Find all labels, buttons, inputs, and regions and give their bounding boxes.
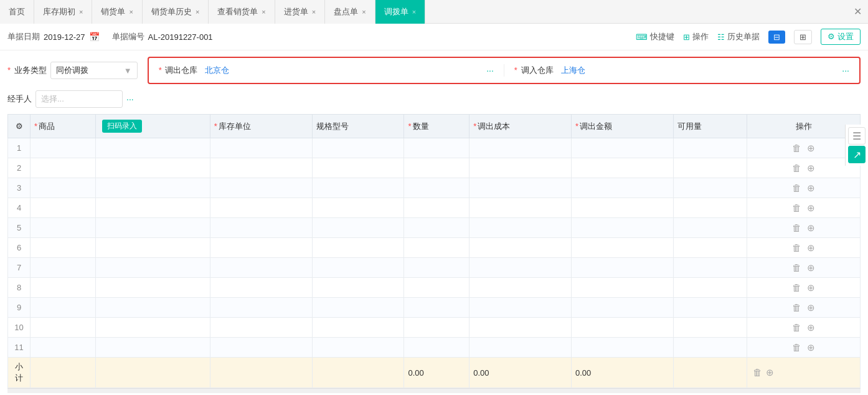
copy-icon[interactable]: ⊕	[807, 222, 815, 233]
copy-icon[interactable]: ⊕	[807, 242, 815, 253]
tab-transfer-close[interactable]: ×	[412, 8, 416, 16]
tab-stocktake-close[interactable]: ×	[362, 8, 366, 16]
cell-qty[interactable]	[404, 178, 469, 198]
delete-icon[interactable]: 🗑	[792, 163, 801, 173]
cell-spec[interactable]	[312, 198, 404, 218]
tab-view-sales[interactable]: 查看销货单 ×	[209, 0, 275, 24]
tab-purchase[interactable]: 进货单 ×	[275, 0, 325, 24]
cell-spec[interactable]	[312, 218, 404, 238]
cell-cost[interactable]	[469, 218, 572, 238]
operations-btn[interactable]: ⊞ 操作	[683, 31, 709, 42]
cell-product[interactable]	[31, 178, 96, 198]
cell-amount[interactable]	[572, 158, 674, 178]
cell-product[interactable]	[31, 238, 96, 258]
cell-amount[interactable]	[572, 318, 674, 338]
cell-amount[interactable]	[572, 278, 674, 298]
cell-product[interactable]	[31, 278, 96, 298]
warehouse-in-more[interactable]: ···	[842, 65, 849, 75]
cell-spec[interactable]	[312, 338, 404, 358]
layout-button[interactable]: ⊟	[768, 31, 785, 44]
cell-cost[interactable]	[469, 338, 572, 358]
delete-icon[interactable]: 🗑	[792, 242, 801, 253]
cell-product[interactable]	[31, 138, 96, 158]
cell-spec[interactable]	[312, 278, 404, 298]
cell-qty[interactable]	[404, 318, 469, 338]
cell-amount[interactable]	[572, 178, 674, 198]
cell-cost[interactable]	[469, 318, 572, 338]
copy-icon[interactable]: ⊕	[807, 302, 815, 313]
cell-spec[interactable]	[312, 318, 404, 338]
tab-purchase-close[interactable]: ×	[312, 8, 316, 16]
cell-amount[interactable]	[572, 218, 674, 238]
cell-spec[interactable]	[312, 238, 404, 258]
handler-more[interactable]: ···	[126, 94, 134, 104]
cell-unit[interactable]	[210, 158, 312, 178]
cell-spec[interactable]	[312, 138, 404, 158]
tab-inventory-init[interactable]: 库存期初 ×	[34, 0, 92, 24]
cell-cost[interactable]	[469, 158, 572, 178]
cell-unit[interactable]	[210, 138, 312, 158]
cell-qty[interactable]	[404, 218, 469, 238]
scroll-indicator[interactable]	[7, 388, 861, 393]
handler-input[interactable]: 选择...	[35, 90, 123, 108]
cell-qty[interactable]	[404, 198, 469, 218]
delete-icon[interactable]: 🗑	[792, 302, 801, 313]
cell-product[interactable]	[31, 338, 96, 358]
tab-stocktake[interactable]: 盘点单 ×	[325, 0, 375, 24]
cell-amount[interactable]	[572, 338, 674, 358]
copy-icon[interactable]: ⊕	[807, 202, 815, 213]
cell-qty[interactable]	[404, 138, 469, 158]
delete-icon[interactable]: 🗑	[792, 282, 801, 293]
cell-product[interactable]	[31, 218, 96, 238]
tab-inventory-init-close[interactable]: ×	[79, 8, 83, 16]
cell-unit[interactable]	[210, 198, 312, 218]
tab-sales-order[interactable]: 销货单 ×	[92, 0, 142, 24]
delete-icon[interactable]: 🗑	[792, 222, 801, 233]
cell-product[interactable]	[31, 298, 96, 318]
warehouse-out-more[interactable]: ···	[486, 65, 494, 75]
tab-sales-order-close[interactable]: ×	[129, 8, 133, 16]
cell-product[interactable]	[31, 158, 96, 178]
copy-icon[interactable]: ⊕	[807, 322, 815, 333]
cell-unit[interactable]	[210, 178, 312, 198]
delete-icon[interactable]: 🗑	[792, 143, 801, 153]
cell-unit[interactable]	[210, 278, 312, 298]
cell-cost[interactable]	[469, 198, 572, 218]
cell-qty[interactable]	[404, 298, 469, 318]
cell-unit[interactable]	[210, 318, 312, 338]
cell-cost[interactable]	[469, 298, 572, 318]
layout-button2[interactable]: ⊞	[794, 30, 812, 44]
tab-view-sales-close[interactable]: ×	[262, 8, 265, 16]
cell-unit[interactable]	[210, 258, 312, 278]
delete-icon[interactable]: 🗑	[792, 202, 801, 213]
panel-notes-icon[interactable]: ☰	[848, 127, 866, 145]
cell-qty[interactable]	[404, 158, 469, 178]
copy-icon[interactable]: ⊕	[807, 282, 815, 293]
cell-spec[interactable]	[312, 298, 404, 318]
cell-qty[interactable]	[404, 238, 469, 258]
cell-qty[interactable]	[404, 338, 469, 358]
tab-home[interactable]: 首页	[0, 0, 34, 24]
cell-product[interactable]	[31, 198, 96, 218]
copy-icon[interactable]: ⊕	[807, 183, 815, 193]
cell-amount[interactable]	[572, 198, 674, 218]
subtotal-copy-icon[interactable]: ⊕	[766, 367, 774, 378]
window-close-icon[interactable]: ✕	[854, 6, 862, 17]
cell-amount[interactable]	[572, 298, 674, 318]
delete-icon[interactable]: 🗑	[792, 262, 801, 273]
panel-export-icon[interactable]: ↗	[848, 146, 866, 163]
shortcuts-btn[interactable]: ⌨ 快捷键	[636, 31, 674, 42]
cell-product[interactable]	[31, 258, 96, 278]
cell-cost[interactable]	[469, 278, 572, 298]
cell-unit[interactable]	[210, 298, 312, 318]
cell-unit[interactable]	[210, 238, 312, 258]
calendar-icon[interactable]: 📅	[89, 32, 100, 42]
cell-cost[interactable]	[469, 258, 572, 278]
cell-spec[interactable]	[312, 158, 404, 178]
business-type-input[interactable]: 同价调拨 ▼	[50, 62, 138, 79]
tab-sales-history-close[interactable]: ×	[196, 8, 199, 16]
tab-transfer[interactable]: 调拨单 ×	[375, 0, 425, 24]
setting-button[interactable]: ⚙ 设置	[821, 29, 861, 45]
cell-amount[interactable]	[572, 258, 674, 278]
subtotal-delete-icon[interactable]: 🗑	[753, 367, 762, 378]
